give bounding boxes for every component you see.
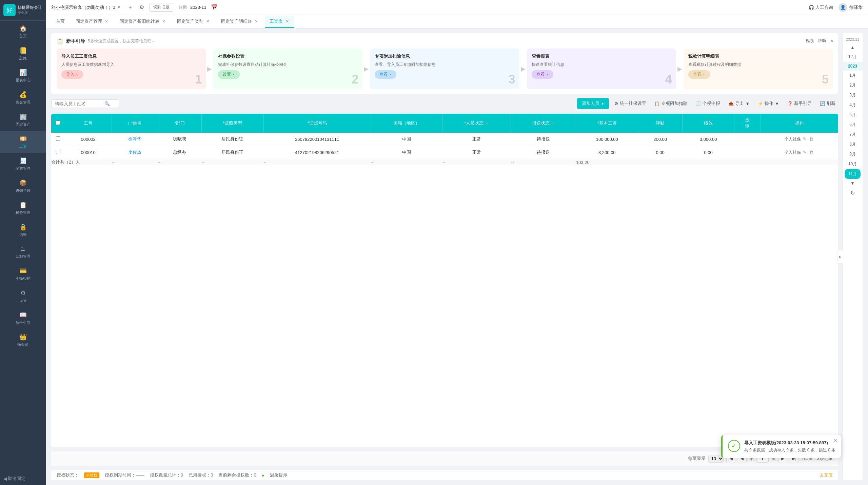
- top-bar-right: 🎧 人工咨询 👤 徐泽华: [809, 3, 863, 12]
- operation-btn[interactable]: ⚡ 操作 ▼: [755, 99, 782, 108]
- add-person-button[interactable]: 添加人员 ▼: [577, 98, 609, 109]
- row2-name-link[interactable]: 李俊杰: [128, 150, 141, 155]
- sidebar-item-home[interactable]: 🏠 首页: [0, 21, 46, 43]
- month-5[interactable]: 5月: [843, 110, 863, 120]
- close-asset-ledger-tab[interactable]: ✕: [254, 19, 259, 24]
- sidebar-item-inventory[interactable]: 📦 进销台账: [0, 175, 46, 197]
- account-name: 刘小艳演示账套（勿删勿动！）1: [51, 4, 115, 11]
- toast-close-btn[interactable]: ✕: [833, 438, 837, 443]
- step2-btn[interactable]: 设置＞: [218, 70, 240, 79]
- sidebar-item-ledger[interactable]: 📒 总账: [0, 43, 46, 65]
- tab-depreciation[interactable]: 固定资产折旧统计表 ✕: [115, 16, 171, 28]
- month-3[interactable]: 3月: [843, 90, 863, 100]
- operation-dropdown-icon: ▼: [775, 101, 779, 106]
- select-all-checkbox[interactable]: [56, 120, 60, 125]
- refresh-btn[interactable]: 🔄 刷新: [817, 99, 838, 108]
- guide-btn[interactable]: ❓ 新手引导: [785, 99, 814, 108]
- panel-sync-btn[interactable]: ↻: [843, 188, 863, 198]
- sidebar-item-funds[interactable]: 💰 资金管理: [0, 87, 46, 109]
- close-salary-tab[interactable]: ✕: [285, 19, 290, 24]
- close-guide-btn[interactable]: ✕: [830, 39, 833, 43]
- sidebar-item-tax[interactable]: 📋 税务管理: [0, 197, 46, 219]
- row2-edit-icon[interactable]: ✎: [803, 150, 807, 155]
- row2-id-type: 居民身份证: [201, 146, 263, 159]
- close-fixed-asset-tab[interactable]: ✕: [104, 19, 109, 24]
- month-6[interactable]: 6月: [843, 120, 863, 130]
- sidebar-item-settings[interactable]: ⚙ 设置: [0, 285, 46, 307]
- guide-actions: 视频 帮助 ✕: [806, 38, 833, 44]
- video-link[interactable]: 视频: [806, 38, 814, 44]
- tab-home[interactable]: 首页: [51, 16, 70, 28]
- row1-social-security-link[interactable]: 个人社保: [785, 137, 801, 142]
- month-4[interactable]: 4月: [843, 100, 863, 110]
- month-9[interactable]: 9月: [843, 149, 863, 159]
- special-deduction-btn[interactable]: 📋 专项附加扣除: [652, 99, 690, 108]
- table-row: 000002 徐泽华 嗯嗯嗯 居民身份证 360782200104131111 …: [51, 133, 838, 146]
- panel-collapse-btn[interactable]: ▶: [837, 250, 843, 264]
- table-row: 000010 李俊杰 总经办 居民身份证 412702198206290521 …: [51, 146, 838, 159]
- tab-asset-ledger[interactable]: 固定资产明细账 ✕: [216, 16, 263, 28]
- old-version-button[interactable]: 切到旧版: [150, 3, 173, 12]
- toolbar-right: 添加人员 ▼ ⚙ 统一社保设置 📋 专项附加扣除 🧾 个税申报: [577, 98, 838, 109]
- row1-delete-icon[interactable]: 🗑: [809, 136, 813, 142]
- row2-checkbox[interactable]: [56, 150, 60, 154]
- sidebar-item-close[interactable]: 🔒 结账: [0, 219, 46, 241]
- account-selector[interactable]: 刘小艳演示账套（勿删勿动！）1 ▼: [51, 4, 121, 11]
- sidebar-item-guide[interactable]: 📖 新手引导: [0, 307, 46, 329]
- row1-submit-status: 待报送: [511, 133, 576, 146]
- total-id-type: --: [201, 159, 263, 166]
- step5-btn[interactable]: 查看＞: [688, 70, 710, 79]
- recharge-link[interactable]: 去充值: [820, 472, 833, 478]
- calendar-icon[interactable]: 📅: [210, 3, 219, 12]
- month-12[interactable]: 12月: [843, 52, 863, 62]
- export-btn[interactable]: 📤 导出 ▼: [726, 99, 752, 108]
- month-nav-down[interactable]: ▼: [843, 179, 863, 188]
- row2-delete-icon[interactable]: 🗑: [809, 150, 813, 155]
- row1-name-link[interactable]: 徐泽华: [128, 136, 141, 142]
- sidebar-item-invoicing[interactable]: 🧾 发票管理: [0, 153, 46, 175]
- tax-declare-btn[interactable]: 🧾 个税申报: [693, 99, 723, 108]
- year-2023[interactable]: 2023: [843, 62, 863, 71]
- sidebar-item-vip[interactable]: 👑 畅会员: [0, 329, 46, 351]
- row1-allowance: 200.00: [638, 133, 683, 146]
- row2-social-security-link[interactable]: 个人社保: [785, 150, 801, 155]
- month-11[interactable]: 11月: [845, 169, 861, 179]
- help-link[interactable]: 帮助: [818, 38, 826, 44]
- sidebar-item-reports[interactable]: 📊 报表中心: [0, 65, 46, 87]
- tab-salary[interactable]: 工资表 ✕: [265, 16, 294, 28]
- cancel-pin-btn[interactable]: ◀ 取消固定: [3, 475, 42, 482]
- close-asset-category-tab[interactable]: ✕: [205, 19, 210, 24]
- month-10[interactable]: 10月: [843, 159, 863, 169]
- month-8[interactable]: 8月: [843, 139, 863, 149]
- step1-btn[interactable]: 导入＞: [61, 70, 83, 79]
- sidebar-item-fixed-assets[interactable]: 🏢 固定资产: [0, 109, 46, 131]
- guide-title-text: 新手引导: [66, 38, 85, 44]
- month-2[interactable]: 2月: [843, 80, 863, 90]
- tab-fixed-asset[interactable]: 固定资产管理 ✕: [71, 16, 114, 28]
- month-1[interactable]: 1月: [843, 71, 863, 80]
- top-bar: 刘小艳演示账套（勿删勿动！）1 ▼ ＋ ⚙ 切到旧版 账期 2023-11 📅 …: [46, 0, 868, 15]
- step4-btn[interactable]: 查看＞: [532, 70, 553, 79]
- refresh-icon: 🔄: [820, 101, 825, 106]
- col-id-num: *证照号码: [263, 114, 371, 133]
- tab-asset-category[interactable]: 固定资产类别 ✕: [172, 16, 215, 28]
- month-nav-up[interactable]: ▲: [843, 43, 863, 52]
- month-7[interactable]: 7月: [843, 130, 863, 139]
- funds-icon: 💰: [19, 91, 27, 98]
- add-account-btn[interactable]: ＋: [126, 3, 135, 12]
- search-input[interactable]: [55, 101, 102, 106]
- sidebar-item-expense[interactable]: 💳 小畅报销: [0, 263, 46, 285]
- social-security-btn[interactable]: ⚙ 统一社保设置: [612, 99, 649, 108]
- search-icon[interactable]: 🔍: [104, 101, 110, 106]
- row1-id-type: 居民身份证: [201, 133, 263, 146]
- row1-edit-icon[interactable]: ✎: [803, 136, 807, 142]
- export-icon: 📤: [728, 101, 734, 106]
- step3-btn[interactable]: 查看＞: [375, 70, 396, 79]
- sidebar-item-salary[interactable]: 💴 工资: [0, 131, 46, 153]
- close-depreciation-tab[interactable]: ✕: [161, 19, 166, 24]
- row1-checkbox[interactable]: [56, 136, 60, 141]
- sidebar-item-archive[interactable]: 🗂 归档管理: [0, 241, 46, 263]
- settings-gear-btn[interactable]: ⚙: [137, 3, 146, 12]
- row2-allowance: 0.00: [638, 146, 683, 159]
- ai-consult-btn[interactable]: 🎧 人工咨询: [809, 4, 833, 11]
